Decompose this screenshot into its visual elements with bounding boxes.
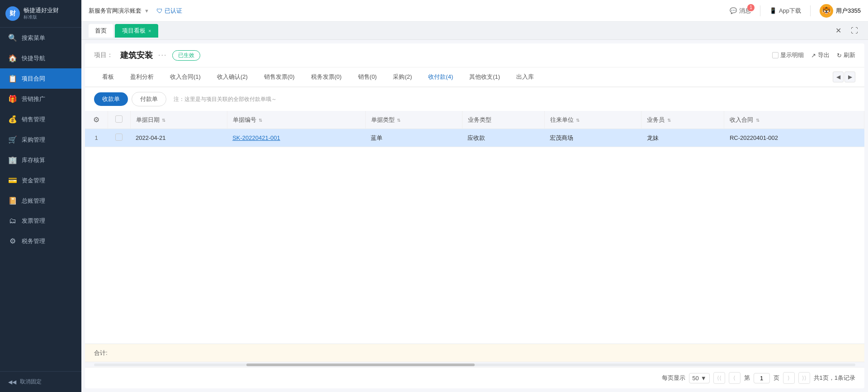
checkbox-column-header[interactable] xyxy=(108,111,130,129)
sidebar-item-quick[interactable]: 🏠 快捷导航 xyxy=(0,48,81,68)
user-menu[interactable]: 🐯 用户3355 xyxy=(820,4,861,18)
show-detail-checkbox[interactable] xyxy=(772,52,778,58)
gear-settings-icon[interactable]: ⚙ xyxy=(93,116,99,124)
select-all-checkbox[interactable] xyxy=(115,115,123,123)
date-column-header[interactable]: 单据日期 ⇅ xyxy=(130,111,227,129)
type-column-label: 单据类型 xyxy=(371,116,395,123)
biz-type-column-header: 业务类型 xyxy=(462,111,544,129)
sidebar-item-marketing[interactable]: 🎁 营销推广 xyxy=(0,89,81,109)
sub-tab-board[interactable]: 看板 xyxy=(94,67,122,87)
row-number-cell[interactable]: SK-20220421-001 xyxy=(227,129,365,147)
number-sort-icon: ⇅ xyxy=(259,118,262,123)
sub-tab-receipt[interactable]: 收付款(4) xyxy=(420,67,461,87)
tab-close-icon[interactable]: × xyxy=(148,28,151,33)
avatar: 🐯 xyxy=(820,4,833,18)
sub-tab-prev-button[interactable]: ◀ xyxy=(833,72,844,82)
page-suffix: 页 xyxy=(774,374,779,382)
sidebar-item-sales[interactable]: 💰 销售管理 xyxy=(0,109,81,129)
tab-close-button[interactable]: ✕ xyxy=(832,24,844,37)
next-page-button[interactable]: ⟩ xyxy=(783,372,795,384)
sub-tab-purchase[interactable]: 采购(2) xyxy=(385,67,420,87)
gear-column-header[interactable]: ⚙ xyxy=(85,111,108,129)
tab-maximize-button[interactable]: ⛶ xyxy=(848,24,861,37)
sidebar-item-label: 库存核算 xyxy=(22,156,45,164)
sub-tab-profit[interactable]: 盈利分析 xyxy=(122,67,162,87)
first-page-button[interactable]: ⟨⟨ xyxy=(713,372,725,384)
show-detail-action[interactable]: 显示明细 xyxy=(772,51,804,59)
sidebar-item-ledger[interactable]: 📔 总账管理 xyxy=(0,191,81,211)
table-row[interactable]: 1 2022-04-21 SK-20220421-001 xyxy=(85,129,864,147)
project-more-button[interactable]: ··· xyxy=(158,51,167,59)
refresh-icon: ↻ xyxy=(837,52,842,59)
sub-tab-income-contract-label: 收入合同(1) xyxy=(170,73,201,80)
scrollbar-track[interactable] xyxy=(94,363,855,366)
sub-tab-sales-invoice[interactable]: 销售发票(0) xyxy=(256,67,303,87)
page-label: 第 xyxy=(744,374,750,382)
scrollbar-thumb[interactable] xyxy=(246,363,475,366)
sub-tab-board-label: 看板 xyxy=(102,73,114,80)
sub-tab-other-income[interactable]: 其他收支(1) xyxy=(461,67,508,87)
sidebar-item-search[interactable]: 🔍 搜索菜单 xyxy=(0,28,81,48)
row-checkbox[interactable] xyxy=(115,134,123,141)
cert-label: 已认证 xyxy=(165,7,182,15)
row-partner-cell: 宏茂商场 xyxy=(544,129,641,147)
finance-icon: 💳 xyxy=(8,176,17,185)
sub-tab-income-confirm[interactable]: 收入确认(2) xyxy=(209,67,256,87)
sidebar-item-contract[interactable]: 📋 项目合同 xyxy=(0,68,81,89)
project-title: 建筑安装 xyxy=(120,50,153,61)
sidebar-nav: 🔍 搜索菜单 🏠 快捷导航 📋 项目合同 🎁 营销推广 💰 销售管理 🛒 采购管… xyxy=(0,28,81,371)
project-header-actions: 显示明细 ↗ 导出 ↻ 刷新 xyxy=(772,51,855,59)
partner-column-header[interactable]: 往来单位 ⇅ xyxy=(544,111,641,129)
sub-tab-next-button[interactable]: ▶ xyxy=(844,72,855,82)
sidebar: 财 畅捷通好业财 标准版 🔍 搜索菜单 🏠 快捷导航 📋 项目合同 🎁 营销推广… xyxy=(0,0,81,392)
app-download-button[interactable]: 📱 App下载 xyxy=(769,7,801,15)
account-selector[interactable]: 新服务官网演示账套 ▼ xyxy=(89,7,149,15)
sidebar-item-label: 总账管理 xyxy=(22,197,45,205)
income-contract-column-header[interactable]: 收入合同 ⇅ xyxy=(724,111,864,129)
prev-page-button[interactable]: ⟨ xyxy=(729,372,741,384)
sub-tab-tax-invoice-label: 税务发票(0) xyxy=(311,73,342,80)
sidebar-item-finance[interactable]: 💳 资金管理 xyxy=(0,170,81,191)
sub-tab-income-contract[interactable]: 收入合同(1) xyxy=(162,67,209,87)
unpin-icon: ◀◀ xyxy=(8,379,16,385)
receipt-table: ⚙ 单据日期 ⇅ 单据编号 ⇅ xyxy=(85,111,864,147)
tax-icon: ⚙ xyxy=(8,237,17,245)
sub-tab-sales[interactable]: 销售(0) xyxy=(350,67,385,87)
sidebar-unpin[interactable]: ◀◀ 取消固定 xyxy=(0,371,81,392)
sub-tab-tax-invoice[interactable]: 税务发票(0) xyxy=(303,67,350,87)
tab-home[interactable]: 首页 xyxy=(89,24,113,38)
sidebar-item-invoice[interactable]: 🗂 发票管理 xyxy=(0,211,81,231)
sub-tab-warehouse[interactable]: 出入库 xyxy=(508,67,542,87)
sidebar-item-purchase[interactable]: 🛒 采购管理 xyxy=(0,129,81,150)
row-income-contract-cell: RC-20220401-002 xyxy=(724,129,864,147)
row-checkbox-cell[interactable] xyxy=(108,129,130,147)
sidebar-item-tax[interactable]: ⚙ 税务管理 xyxy=(0,231,81,251)
table-scrollbar-area xyxy=(85,362,864,367)
tab-project-board[interactable]: 项目看板 × xyxy=(115,24,158,38)
logo-icon: 财 xyxy=(5,6,20,21)
total-info: 共1页，1条记录 xyxy=(814,374,855,382)
type-column-header[interactable]: 单据类型 ⇅ xyxy=(365,111,462,129)
export-button[interactable]: ↗ 导出 xyxy=(811,51,830,59)
last-page-button[interactable]: ⟩⟩ xyxy=(798,372,810,384)
show-detail-label: 显示明细 xyxy=(780,51,804,59)
current-page-input[interactable] xyxy=(754,373,770,383)
date-column-label: 单据日期 xyxy=(136,116,160,123)
payment-bill-button[interactable]: 付款单 xyxy=(132,92,166,106)
summary-label: 合计: xyxy=(94,349,108,357)
user-name: 用户3355 xyxy=(836,7,861,15)
sidebar-item-inventory[interactable]: 🏢 库存核算 xyxy=(0,150,81,170)
number-column-label: 单据编号 xyxy=(233,116,256,123)
salesman-sort-icon: ⇅ xyxy=(667,118,671,123)
row-number-link[interactable]: SK-20220421-001 xyxy=(232,134,280,141)
message-button[interactable]: 💬 消息 1 xyxy=(730,7,751,15)
logo-subtitle: 标准版 xyxy=(24,14,59,20)
refresh-button[interactable]: ↻ 刷新 xyxy=(837,51,855,59)
tab-home-label: 首页 xyxy=(95,27,107,35)
number-column-header[interactable]: 单据编号 ⇅ xyxy=(227,111,365,129)
sales-icon: 💰 xyxy=(8,115,17,124)
page-size-select[interactable]: 50 ▼ xyxy=(689,373,709,383)
receipt-bill-button[interactable]: 收款单 xyxy=(94,92,128,106)
salesman-column-header[interactable]: 业务员 ⇅ xyxy=(642,111,724,129)
sub-tab-sales-label: 销售(0) xyxy=(358,73,377,80)
